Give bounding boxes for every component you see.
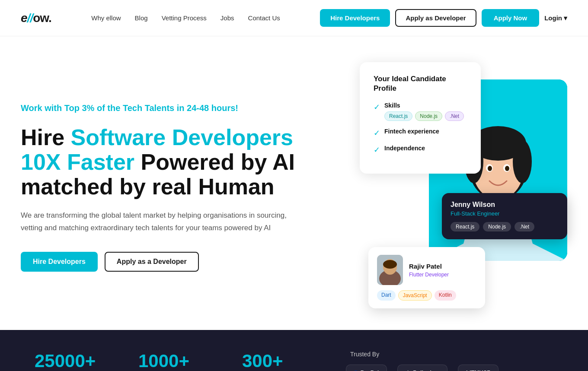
ideal-fintech-item: ✓ Fintech experience [374,128,467,138]
stat-contracts: 1000+ Contracts [138,351,242,371]
nav-links: Why ellow Blog Vetting Process Jobs Cont… [91,14,280,22]
ideal-independence-item: ✓ Independence [374,145,467,155]
polkadex-icon: ✦ [406,369,410,371]
nav-why-ellow[interactable]: Why ellow [91,14,121,22]
stat-candidates-number: 25000+ [35,351,138,371]
jenny-wilson-card: Jenny Wilson Full-Stack Engineer React.j… [442,193,567,239]
nav-contact[interactable]: Contact Us [248,14,280,22]
apply-as-developer-nav-button[interactable]: Apply as Developer [395,9,476,27]
tag-react: React.js [384,111,412,121]
skills-label: Skills [384,102,464,109]
stat-contracts-number: 1000+ [138,351,242,371]
apply-developer-hero-button[interactable]: Apply as a Developer [105,252,199,272]
stat-candidates: 25000+ ellow certified candidates [35,351,138,371]
headline-hire: Hire [21,125,71,150]
headline-powered: Powered by AI [134,149,295,174]
chevron-down-icon: ▾ [564,14,567,22]
svg-point-10 [488,166,492,171]
rajiv-patel-card: Rajiv Patel Flutter Developer Dart JavaS… [368,247,485,308]
check-icon-independence: ✓ [374,145,380,155]
stats-section: 25000+ ellow certified candidates 1000+ … [0,330,588,371]
ideal-card-title: Your Ideal Candidate Profile [374,74,467,93]
check-icon-skills: ✓ [374,102,380,112]
nav-actions: Hire Developers Apply as Developer Apply… [320,9,567,27]
logo[interactable]: e//ow. [21,11,51,25]
rajiv-tag-dart: Dart [377,290,396,301]
jenny-tag-dotnet: .Net [514,222,534,231]
jenny-tag-nodejs: Node.js [483,222,511,231]
independence-label: Independence [384,145,425,152]
stat-customers: 300+ Happy customers [242,351,346,371]
jenny-role: Full-Stack Engineer [451,210,559,217]
tag-dotnet: .Net [445,111,464,121]
hero-buttons: Hire Developers Apply as a Developer [21,252,295,272]
nav-blog[interactable]: Blog [135,14,148,22]
jenny-tag-react: React.js [451,222,479,231]
headline-10x: 10X Faster [21,149,134,174]
svg-point-11 [505,166,509,171]
navigation: e//ow. Why ellow Blog Vetting Process Jo… [0,0,588,36]
rajiv-tags: Dart JavaScript Kotlin [377,290,476,301]
stat-customers-number: 300+ [242,351,346,371]
hire-developers-nav-button[interactable]: Hire Developers [320,9,390,27]
logo-litmus7: LITMUS7 [458,365,499,371]
fintech-label: Fintech experience [384,128,439,135]
ideal-skills-item: ✓ Skills React.js Node.js .Net [374,102,467,121]
hero-content: Work with Top 3% of the Tech Talents in … [21,103,295,272]
trusted-block: Trusted By P PayPal ✦ Polkadex. LITMUS7 … [346,351,553,371]
skill-tags: React.js Node.js .Net [384,111,464,121]
paypal-icon: P [354,369,358,371]
nav-jobs[interactable]: Jobs [220,14,234,22]
svg-point-15 [383,260,397,269]
rajiv-info: Rajiv Patel Flutter Developer [409,263,449,278]
rajiv-tag-kotlin: Kotlin [435,290,456,301]
rajiv-name: Rajiv Patel [409,263,449,270]
hero-headline: Hire Software Developers 10X Faster Powe… [21,125,295,200]
jenny-tags: React.js Node.js .Net [451,222,559,231]
rajiv-tag-javascript: JavaScript [398,290,432,301]
trusted-logos: P PayPal ✦ Polkadex. LITMUS7 aspire SYST… [346,365,553,371]
hero-tagline: Work with Top 3% of the Tech Talents in … [21,103,295,113]
hero-visual: Your Ideal Candidate Profile ✓ Skills Re… [351,62,567,313]
logo-paypal: P PayPal [346,365,387,371]
tag-nodejs: Node.js [415,111,442,121]
rajiv-header: Rajiv Patel Flutter Developer [377,255,476,285]
nav-vetting[interactable]: Vetting Process [162,14,207,22]
headline-software-devs: Software Developers [71,125,293,150]
logo-polkadex: ✦ Polkadex. [397,365,447,371]
rajiv-photo [377,255,403,285]
rajiv-role: Flutter Developer [409,272,449,278]
login-label: Login [544,14,562,22]
ideal-candidate-card: Your Ideal Candidate Profile ✓ Skills Re… [360,62,481,174]
hire-developers-hero-button[interactable]: Hire Developers [21,252,98,272]
apply-now-nav-button[interactable]: Apply Now [482,9,540,27]
hero-section: Work with Top 3% of the Tech Talents in … [0,36,588,330]
jenny-name: Jenny Wilson [451,201,559,209]
trusted-by-label: Trusted By [350,351,379,358]
check-icon-fintech: ✓ [374,128,380,138]
headline-human: matched by real Human [21,174,275,199]
hero-description: We are transforming the global talent ma… [21,209,289,235]
login-button[interactable]: Login ▾ [544,14,567,22]
